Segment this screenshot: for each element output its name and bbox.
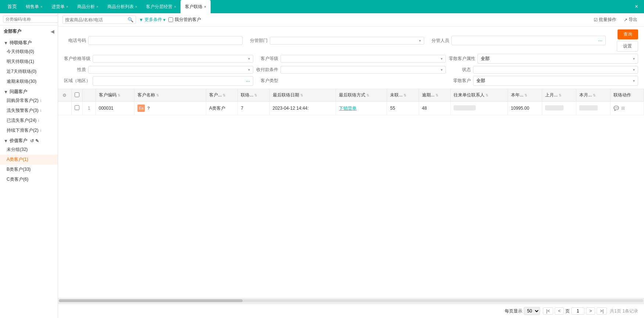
nav-tab-analysis[interactable]: 商品分析 ×	[73, 0, 103, 13]
export-label: 导出	[629, 17, 637, 23]
last-month-header[interactable]: 上月...⇅	[542, 89, 576, 102]
my-customers-checkbox[interactable]	[168, 17, 173, 22]
chevron-down-icon: ▾	[248, 57, 250, 61]
nav-tab-customer-contact[interactable]: 客户联络 ×	[180, 0, 211, 13]
sidebar-item-today[interactable]: 今天待联络(0)	[0, 47, 58, 57]
refresh-icon[interactable]: ↺	[30, 138, 34, 144]
ellipsis-icon[interactable]: ···	[246, 78, 250, 84]
retail-customer-select[interactable]: 全部 ▾	[473, 76, 638, 86]
close-icon[interactable]: ×	[96, 5, 99, 9]
close-icon[interactable]: ×	[204, 5, 206, 9]
page-input[interactable]	[571, 307, 584, 315]
sidebar-item-b-class[interactable]: B类客户(33)	[0, 165, 58, 174]
last-date-header[interactable]: 最后联络日期⇅	[269, 89, 336, 102]
overdue-header[interactable]: 逾期...⇅	[419, 89, 450, 102]
unit-contact-header[interactable]: 往来单位联系人⇅	[450, 89, 508, 102]
row-last-method[interactable]: 下销货单	[336, 102, 387, 115]
info-icon: ℹ	[40, 109, 42, 113]
sidebar-item-churned[interactable]: 已流失客户(24) ℹ	[0, 116, 58, 126]
retail-attr-select[interactable]: 全部 ▾	[477, 54, 638, 64]
customer-level-label: 客户等级	[256, 56, 278, 62]
sidebar-item-tomorrow[interactable]: 明天待联络(1)	[0, 57, 58, 67]
sidebar-item-c-class[interactable]: C类客户(6)	[0, 174, 58, 184]
sidebar-item-repurchase-abnormal[interactable]: 回购异常客户(2) ℹ	[0, 96, 58, 106]
row-actions[interactable]: 💬 ⊞	[611, 102, 644, 115]
info-icon: ℹ	[40, 99, 42, 103]
person-select[interactable]: ···	[451, 36, 606, 45]
sidebar-item-a-class[interactable]: A类客户(1)	[0, 155, 58, 165]
sidebar-item-ungroup[interactable]: 未分组(32)	[0, 145, 58, 155]
close-icon[interactable]: ×	[40, 5, 43, 9]
customer-type-select[interactable]	[280, 80, 446, 82]
horizontal-scrollbar[interactable]	[58, 298, 644, 304]
batch-ops-button[interactable]: ☑ 批量操作	[591, 15, 619, 24]
sidebar-item-declining[interactable]: 持续下滑客户(2) ℹ	[0, 126, 58, 135]
contact-method-link[interactable]: 下销货单	[339, 106, 357, 111]
dept-select[interactable]: ▾	[270, 37, 424, 45]
sidebar-item-overdue[interactable]: 逾期未联络(30)	[0, 77, 58, 86]
nav-tab-label: 商品分析	[77, 4, 95, 10]
search-input[interactable]	[65, 17, 126, 22]
my-customers-checkbox-label[interactable]: 我分管的客户	[168, 17, 201, 23]
price-level-select[interactable]: ▾	[93, 55, 253, 63]
sidebar: 🔍 全部客户 ◀ ▼ 待联络客户 今天待联络(0) 明天待联络(1) 近7天待联…	[0, 13, 58, 318]
ellipsis-icon[interactable]: ···	[598, 38, 602, 43]
last-page-button[interactable]: >|	[597, 307, 607, 315]
customer-level-select[interactable]: ▾	[280, 55, 446, 63]
prev-page-button[interactable]: <	[555, 307, 564, 315]
region-select[interactable]: ···	[93, 76, 253, 86]
sidebar-item-7days[interactable]: 近7天待联络(0)	[0, 67, 58, 77]
retail-attr-label: 零散客户属性	[449, 56, 475, 62]
chevron-down-icon: ▾	[633, 68, 635, 72]
person-label: 分管人员	[427, 38, 449, 44]
nav-home[interactable]: 首页	[3, 0, 21, 13]
code-header[interactable]: 客户编码⇅	[96, 89, 135, 102]
scrollbar-track[interactable]	[59, 299, 643, 302]
nature-select[interactable]: ▾	[88, 66, 253, 74]
grid-icon[interactable]: ⊞	[621, 106, 625, 111]
total-label: 共1页 1条记录	[610, 308, 638, 314]
sidebar-search-input[interactable]	[3, 15, 58, 23]
nav-tab-customer-segment[interactable]: 客户分层经营 ×	[142, 0, 180, 13]
region-field: 区域（地区） ···	[64, 76, 253, 86]
status-select[interactable]: ▾	[473, 66, 638, 74]
first-page-button[interactable]: |<	[543, 307, 553, 315]
sidebar-item-churn-warning[interactable]: 流失预警客户(3) ℹ	[0, 106, 58, 116]
no-contact-header[interactable]: 未联...⇅	[387, 89, 419, 102]
phone-input[interactable]	[88, 36, 243, 45]
nav-close-button[interactable]: ×	[632, 3, 641, 10]
table-settings-header[interactable]: ⚙	[58, 89, 71, 102]
next-page-button[interactable]: >	[586, 307, 595, 315]
type-header[interactable]: 客户...⇅	[206, 89, 237, 102]
select-all-checkbox[interactable]	[75, 92, 79, 97]
close-icon[interactable]: ×	[135, 5, 137, 9]
nav-tab-purchase[interactable]: 进货单 ×	[47, 0, 73, 13]
last-method-header[interactable]: 最后联络方式⇅	[336, 89, 387, 102]
top-navigation: 首页 销售单 × 进货单 × 商品分析 × 商品分析列表 × 客户分层经营 × …	[0, 0, 644, 13]
per-page-select[interactable]: 50	[524, 307, 540, 315]
query-button[interactable]: 查询	[618, 29, 638, 39]
close-icon[interactable]: ×	[174, 5, 176, 9]
close-icon[interactable]: ×	[66, 5, 68, 9]
chat-icon[interactable]: 💬	[613, 106, 619, 111]
more-conditions-button[interactable]: ▼ 更多条件 ▾	[139, 17, 165, 23]
setting-button[interactable]: 设置	[617, 41, 638, 52]
scrollbar-thumb[interactable]	[59, 299, 243, 302]
row-checkbox-cell[interactable]	[71, 102, 82, 115]
row-checkbox[interactable]	[75, 105, 79, 110]
checkbox-header[interactable]	[71, 89, 82, 102]
export-button[interactable]: ↗ 导出	[622, 15, 640, 24]
row-code: 000031	[96, 102, 135, 115]
search-icon[interactable]: 🔍	[128, 17, 133, 22]
name-header[interactable]: 客户名称⇅	[135, 89, 206, 102]
this-year-header[interactable]: 本年...⇅	[508, 89, 542, 102]
payment-select[interactable]: ▾	[280, 66, 446, 74]
sidebar-collapse-icon[interactable]: ◀	[51, 29, 54, 34]
filter-icon: ▼	[139, 17, 143, 22]
nav-tab-sales[interactable]: 销售单 ×	[21, 0, 47, 13]
edit-icon[interactable]: ✎	[35, 138, 39, 144]
nav-tab-analysis-list[interactable]: 商品分析列表 ×	[103, 0, 142, 13]
this-month-header[interactable]: 本月...⇅	[576, 89, 611, 102]
row-settings-cell	[58, 102, 71, 115]
contact-header[interactable]: 联络...⇅	[238, 89, 269, 102]
